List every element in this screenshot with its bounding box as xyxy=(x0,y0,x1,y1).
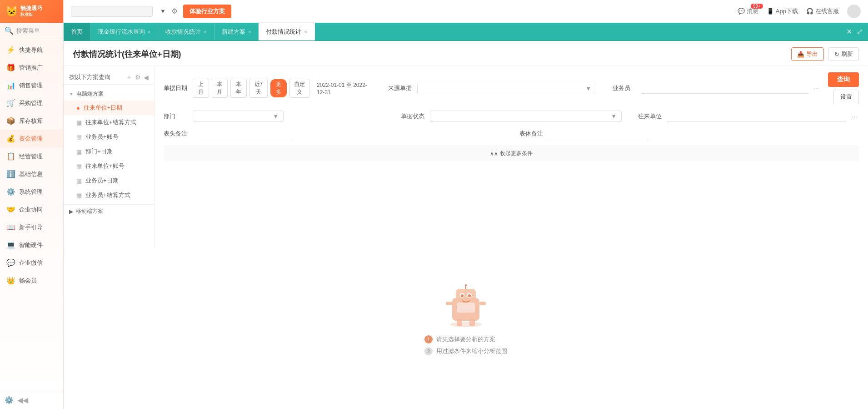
sidebar-item-quicknav[interactable]: ⚡ 快捷导航 xyxy=(0,41,63,59)
wechat-icon: 💬 xyxy=(6,258,15,267)
settings-gear-icon[interactable]: ⚙ xyxy=(171,7,178,15)
scheme-panel-header-right: ＋ ⚙ ◀ xyxy=(126,73,149,81)
tab-cashflow[interactable]: 现金银行流水查询 × xyxy=(90,23,158,40)
header-note-label: 表头备注 xyxy=(164,130,189,138)
header-note-input[interactable] xyxy=(193,128,293,139)
refresh-button[interactable]: ↻ 刷新 xyxy=(828,47,859,61)
scheme-item-5[interactable]: ▦ 业务员+日期 xyxy=(64,173,154,188)
sidebar-item-inventory[interactable]: 📦 库存核算 xyxy=(0,112,63,130)
date-btn-7days[interactable]: 近7天 xyxy=(249,79,268,98)
filter-row-2: 部门 ▼ 单据状态 ▼ xyxy=(164,111,859,122)
date-btn-more[interactable]: 更多 xyxy=(270,79,287,97)
date-range-line1: 2022-01-01 至 2022-12-31 xyxy=(317,81,372,96)
scheme-item-1[interactable]: ▦ 往来单位+结算方式 xyxy=(64,115,154,130)
date-btn-last-month[interactable]: 上月 xyxy=(193,79,209,98)
mobile-group-label: 移动端方案 xyxy=(76,207,103,215)
breadcrumb-dropdown-icon[interactable]: ▼ xyxy=(160,8,166,15)
sidebar-item-enterprise[interactable]: 🤝 企业协同 xyxy=(0,201,63,218)
search-menu-item[interactable]: 🔍 搜索菜单 xyxy=(0,23,63,39)
date-btn-this-month[interactable]: 本月 xyxy=(212,79,228,98)
sidebar-item-sales[interactable]: 📊 销售管理 xyxy=(0,76,63,94)
dept-select[interactable]: ▼ xyxy=(193,111,284,122)
scheme-item-icon-5: ▦ xyxy=(76,177,82,184)
tab-maximize-icon[interactable]: ⤢ xyxy=(857,27,863,36)
mobile-group-header[interactable]: ▶ 移动端方案 xyxy=(64,204,154,218)
tab-receipt-stat-close[interactable]: × xyxy=(204,29,206,35)
sidebar-item-marketing[interactable]: 🎁 营销推广 xyxy=(0,59,63,76)
setting-button[interactable]: 设置 xyxy=(833,90,859,104)
collapse-scheme-icon[interactable]: ◀ xyxy=(144,74,149,81)
partner-ellipsis[interactable]: ··· xyxy=(850,111,859,122)
enterprise-icon: 🤝 xyxy=(6,205,15,214)
export-icon: 📥 xyxy=(797,51,804,58)
scheme-item-4[interactable]: ▦ 往来单位+账号 xyxy=(64,159,154,173)
date-options: 上月 本月 本年 近7天 更多 自定义 xyxy=(193,79,309,98)
scheme-panel-header: 按以下方案查询 ＋ ⚙ ◀ xyxy=(64,71,154,85)
settings-scheme-icon[interactable]: ⚙ xyxy=(135,74,141,81)
scheme-item-icon-4: ▦ xyxy=(76,163,82,170)
sidebar-item-label: 畅会员 xyxy=(19,277,37,285)
tab-close-all-icon[interactable]: ✕ xyxy=(846,27,852,36)
tab-cashflow-close[interactable]: × xyxy=(148,29,150,35)
source-select[interactable]: ▼ xyxy=(417,83,596,94)
scheme-item-6[interactable]: ▦ 业务员+结算方式 xyxy=(64,188,154,202)
status-dropdown-icon: ▼ xyxy=(611,113,617,120)
page-title: 付款情况统计(往来单位+日期) xyxy=(73,49,181,60)
tab-receipt-stat[interactable]: 收款情况统计 × xyxy=(158,23,214,40)
breadcrumb-input[interactable] xyxy=(71,6,153,17)
query-button[interactable]: 查询 xyxy=(828,72,859,87)
sidebar-item-member[interactable]: 👑 畅会员 xyxy=(0,272,63,289)
tab-new-scheme-close[interactable]: × xyxy=(248,29,251,35)
app-icon: 📱 xyxy=(767,8,774,15)
collapse-sidebar-icon[interactable]: ◀◀ xyxy=(17,396,28,404)
status-filter-group: 单据状态 ▼ xyxy=(401,111,622,122)
trial-button[interactable]: 体验行业方案 xyxy=(183,5,231,18)
sidebar-item-finance[interactable]: 💰 资金管理 xyxy=(0,130,63,147)
date-btn-custom[interactable]: 自定义 xyxy=(289,79,309,98)
body-note-input[interactable] xyxy=(549,128,649,139)
scheme-item-3[interactable]: ▦ 部门+日期 xyxy=(64,144,154,159)
scheme-item-0[interactable]: ● 往来单位+日期 xyxy=(64,101,154,115)
desktop-group-header[interactable]: ▼ 电脑端方案 xyxy=(64,87,154,101)
user-avatar[interactable] xyxy=(847,5,861,18)
tab-new-scheme[interactable]: 新建方案 × xyxy=(215,23,259,40)
management-icon: 📋 xyxy=(6,152,15,161)
sidebar-item-guide[interactable]: 📖 新手引导 xyxy=(0,218,63,236)
date-btn-this-year[interactable]: 本年 xyxy=(230,79,247,98)
sidebar-item-hardware[interactable]: 💻 智能硬件 xyxy=(0,236,63,254)
scheme-item-label-2: 业务员+账号 xyxy=(85,133,119,141)
app-download-button[interactable]: 📱 App下载 xyxy=(767,7,798,15)
staff-ellipsis[interactable]: ··· xyxy=(812,83,821,94)
online-service-button[interactable]: 🎧 在线客服 xyxy=(806,7,839,15)
tab-home[interactable]: 首页 xyxy=(64,23,90,40)
partner-input[interactable] xyxy=(667,111,846,122)
sidebar-item-label: 资金管理 xyxy=(19,135,43,143)
sidebar-item-sysadmin[interactable]: ⚙️ 系统管理 xyxy=(0,183,63,201)
service-label: 在线客服 xyxy=(815,7,839,15)
dept-filter-group: 部门 ▼ xyxy=(164,111,384,122)
scheme-panel: 按以下方案查询 ＋ ⚙ ◀ ▼ 电脑端方案 ● xyxy=(64,66,155,248)
collapse-label: 收起更多条件 xyxy=(500,150,533,157)
tab-bar-actions: ✕ ⤢ xyxy=(841,23,868,40)
tab-payment-stat[interactable]: 付款情况统计 × xyxy=(259,23,314,40)
add-scheme-icon[interactable]: ＋ xyxy=(126,73,132,81)
svg-point-0 xyxy=(450,322,482,327)
scheme-item-label-1: 往来单位+结算方式 xyxy=(85,118,136,126)
sidebar-item-management[interactable]: 📋 经营管理 xyxy=(0,147,63,165)
export-button[interactable]: 📥 导出 xyxy=(791,47,824,61)
collapse-conditions-button[interactable]: ∧∧ 收起更多条件 xyxy=(164,146,859,161)
settings-bottom-icon[interactable]: ⚙️ xyxy=(5,396,14,404)
desktop-group-arrow: ▼ xyxy=(69,91,74,96)
svg-rect-11 xyxy=(457,319,462,326)
tab-payment-stat-close[interactable]: × xyxy=(304,29,307,35)
filter-row-3: 表头备注 表体备注 xyxy=(164,128,859,139)
scheme-item-2[interactable]: ▦ 业务员+账号 xyxy=(64,130,154,144)
svg-rect-12 xyxy=(469,319,475,326)
sidebar-item-purchase[interactable]: 🛒 采购管理 xyxy=(0,94,63,112)
sidebar-item-wechat[interactable]: 💬 企业微信 xyxy=(0,254,63,272)
message-button[interactable]: 💬 消息 99+ xyxy=(738,7,758,15)
empty-tip-2: 2 用过滤条件来缩小分析范围 xyxy=(424,347,507,355)
status-select[interactable]: ▼ xyxy=(430,111,622,122)
sidebar-item-baseinfo[interactable]: ℹ️ 基础信息 xyxy=(0,165,63,183)
staff-input[interactable] xyxy=(642,83,808,94)
